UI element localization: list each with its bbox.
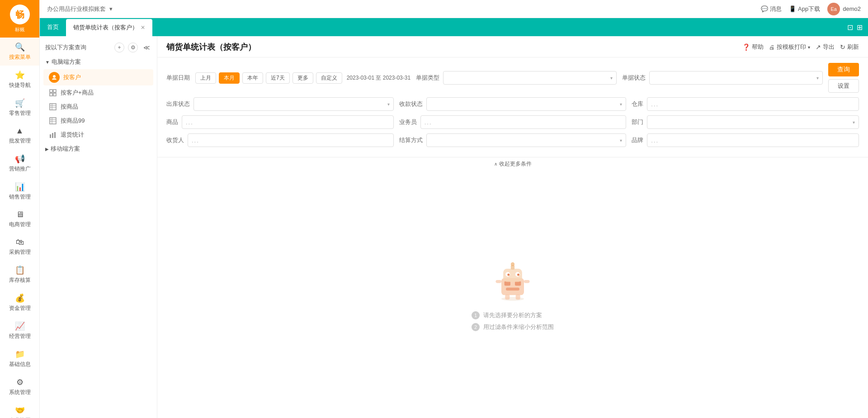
scheme-item-by-product-99[interactable]: 按商品99 xyxy=(43,114,153,128)
collapse-panel-button[interactable]: ≪ xyxy=(142,43,151,52)
sidebar-item-ecommerce[interactable]: 🖥 电商管理 xyxy=(0,205,39,233)
mobile-scheme-group: ▶ 移动端方案 xyxy=(40,142,157,156)
desktop-group-header[interactable]: ▼ 电脑端方案 xyxy=(43,55,153,69)
sidebar-item-finance[interactable]: 💰 资金管理 xyxy=(0,289,39,317)
avatar: Ea xyxy=(827,3,840,15)
add-scheme-button[interactable]: + xyxy=(114,43,124,52)
scheme-item-by-customer-product[interactable]: 按客户+商品 xyxy=(43,86,153,100)
template-print-button[interactable]: 🖨 按模板打印 ▾ xyxy=(769,43,810,51)
sidebar-item-label: 基础信息 xyxy=(9,361,31,368)
date-btn-last-7-days[interactable]: 近7天 xyxy=(266,72,290,84)
sidebar-item-label: 资金管理 xyxy=(9,304,31,312)
sidebar-item-operations[interactable]: 📈 经营管理 xyxy=(0,317,39,345)
payment-label: 收款状态 xyxy=(399,100,423,108)
payment-select[interactable]: ▾ xyxy=(426,97,627,111)
tip-num-1: 1 xyxy=(472,311,480,319)
sidebar-item-sales[interactable]: 📊 销售管理 xyxy=(0,177,39,205)
product-select[interactable]: ... xyxy=(182,115,394,129)
maximize-icon[interactable]: ⊞ xyxy=(857,23,863,32)
filter-row-4: 收货人 ... 结算方式 ▾ 品牌 xyxy=(166,133,859,147)
department-select[interactable]: ▾ xyxy=(647,115,859,129)
search-icon: 🔍 xyxy=(15,42,25,52)
svg-rect-1 xyxy=(50,90,52,92)
scheme-item-label: 按商品 xyxy=(61,103,78,111)
user-menu[interactable]: Ea demo2 xyxy=(827,3,861,15)
sidebar-item-retail[interactable]: 🛒 零售管理 xyxy=(0,94,39,122)
header-left: 办公用品行业模拟账套 ▾ xyxy=(47,5,113,13)
scheme-item-by-product[interactable]: 按商品 xyxy=(43,100,153,114)
date-btn-last-month[interactable]: 上月 xyxy=(195,72,216,84)
sidebar-item-system[interactable]: ⚙ 系统管理 xyxy=(0,373,39,401)
app-download-button[interactable]: 📱 App下载 xyxy=(789,5,820,13)
settlement-select[interactable]: ▾ xyxy=(426,133,627,147)
consignee-select[interactable]: ... xyxy=(188,133,394,147)
page-title: 销货单统计表（按客户） xyxy=(166,42,256,52)
star-icon: ⭐ xyxy=(15,70,25,80)
export-button[interactable]: ↗ 导出 xyxy=(816,43,835,51)
date-range-display: 2023-03-01 至 2023-03-31 xyxy=(347,74,410,82)
query-button[interactable]: 查询 xyxy=(828,63,859,76)
svg-rect-20 xyxy=(506,288,519,291)
salesperson-select[interactable]: ... xyxy=(420,115,627,129)
operations-icon: 📈 xyxy=(15,321,25,331)
settings-button[interactable]: 设置 xyxy=(828,79,859,93)
scheme-item-label: 按客户+商品 xyxy=(61,89,94,97)
tab-home[interactable]: 首页 xyxy=(40,18,66,36)
sidebar-item-enterprise[interactable]: 🤝 企业协同 xyxy=(0,401,39,418)
table2-icon xyxy=(49,117,57,125)
filter-area: 单据日期 上月 本月 本年 近7天 更多 自定义 2023-03-01 至 20… xyxy=(157,57,868,157)
scheme-item-by-customer[interactable]: 按客户 xyxy=(43,69,153,86)
salesperson-label: 业务员 xyxy=(399,118,417,126)
svg-point-16 xyxy=(501,297,524,301)
doc-type-select[interactable]: ▾ xyxy=(443,71,617,85)
sidebar-item-label: 搜索菜单 xyxy=(9,53,31,61)
tab-sales-stats[interactable]: 销货单统计表（按客户） ✕ xyxy=(66,19,152,36)
mobile-expand-arrow-icon: ▶ xyxy=(45,147,49,152)
export-icon: ↗ xyxy=(816,43,821,51)
sidebar-item-search[interactable]: 🔍 搜索菜单 xyxy=(0,38,39,66)
date-filter: 上月 本月 本年 近7天 更多 自定义 2023-03-01 至 2023-03… xyxy=(195,72,410,84)
date-btn-custom[interactable]: 自定义 xyxy=(316,72,342,84)
refresh-button[interactable]: ↻ 刷新 xyxy=(840,43,859,51)
grid-icon xyxy=(49,89,57,97)
collapse-more-conditions[interactable]: ∧ 收起更多条件 xyxy=(157,157,868,171)
empty-state: 1 请先选择要分析的方案 2 用过滤条件来缩小分析范围 xyxy=(157,171,868,418)
outbound-col: 出库状态 ▾ xyxy=(166,97,394,111)
purchase-icon: 🛍 xyxy=(16,238,24,247)
doc-type-dropdown-icon: ▾ xyxy=(610,76,613,81)
minimize-icon[interactable]: ⊡ xyxy=(847,23,853,32)
plus-icon: + xyxy=(118,44,121,51)
sidebar-item-basic-info[interactable]: 📁 基础信息 xyxy=(0,345,39,373)
sidebar-item-quick-nav[interactable]: ⭐ 快捷导航 xyxy=(0,66,39,94)
sidebar-item-purchase[interactable]: 🛍 采购管理 xyxy=(0,233,39,261)
salesperson-col: 业务员 ... xyxy=(399,115,627,129)
date-btn-more[interactable]: 更多 xyxy=(292,72,313,84)
scheme-item-refund-stats[interactable]: 退货统计 xyxy=(43,128,153,142)
message-button[interactable]: 💬 消息 xyxy=(761,5,782,13)
help-button[interactable]: ❓ 帮助 xyxy=(742,43,764,51)
warehouse-col: 仓库 ... xyxy=(632,97,859,111)
brand-select[interactable]: ... xyxy=(647,133,859,147)
outbound-select[interactable]: ▾ xyxy=(193,97,394,111)
department-col: 部门 ▾ xyxy=(632,115,859,129)
svg-point-0 xyxy=(53,75,56,78)
mobile-group-header[interactable]: ▶ 移动端方案 xyxy=(43,142,153,156)
close-tab-icon[interactable]: ✕ xyxy=(141,24,145,31)
breadcrumb-dropdown-icon[interactable]: ▾ xyxy=(109,5,113,12)
help-label: 帮助 xyxy=(752,43,764,51)
warehouse-select[interactable]: ... xyxy=(647,97,859,111)
sidebar-item-wholesale[interactable]: ▲ 批发管理 xyxy=(0,122,39,149)
outbound-label: 出库状态 xyxy=(166,100,190,108)
doc-status-select[interactable]: ▾ xyxy=(649,71,823,85)
date-btn-this-year[interactable]: 本年 xyxy=(242,72,263,84)
inventory-icon: 📋 xyxy=(15,265,25,275)
sidebar-item-label: 采购管理 xyxy=(9,248,31,256)
date-btn-this-month[interactable]: 本月 xyxy=(219,72,240,84)
sidebar-item-marketing[interactable]: 📢 营销推广 xyxy=(0,149,39,177)
sidebar-item-inventory[interactable]: 📋 库存核算 xyxy=(0,261,39,289)
sidebar-item-label: 快捷导航 xyxy=(9,81,31,89)
left-panel: 按以下方案查询 + ⚙ ≪ ▼ 电脑端方案 xyxy=(40,36,157,418)
empty-tip-1: 1 请先选择要分析的方案 xyxy=(472,311,554,319)
svg-rect-28 xyxy=(496,280,502,283)
settings-scheme-button[interactable]: ⚙ xyxy=(128,43,138,52)
